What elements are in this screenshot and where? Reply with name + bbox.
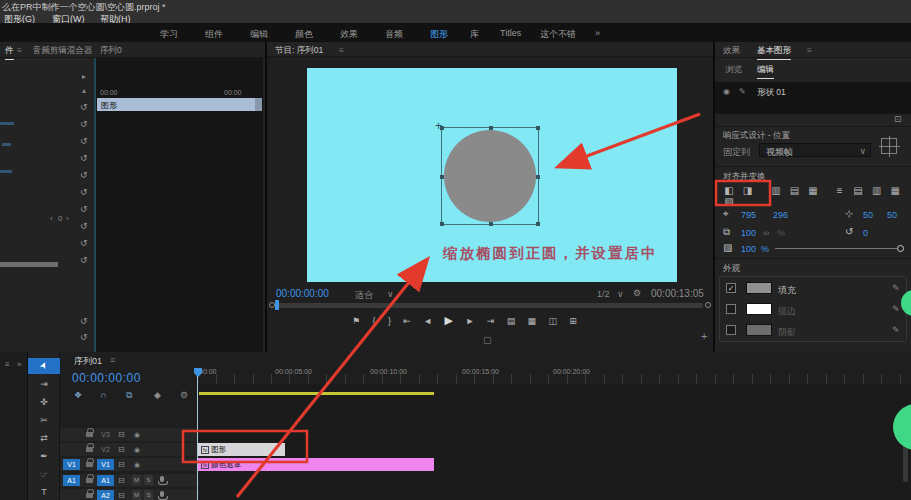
align-top-button[interactable]: ▦ — [805, 185, 821, 196]
lift-button[interactable]: ▤ — [507, 316, 516, 326]
track-header-v2[interactable]: V2 ⊟ ◉ — [60, 443, 197, 456]
tab-custom[interactable]: 这个不错 — [540, 28, 576, 41]
track-eye-icon[interactable]: ◉ — [134, 431, 140, 439]
scale-icon[interactable]: ⧉ — [723, 226, 730, 238]
slip-tool[interactable]: ⇄ — [28, 431, 60, 447]
stroke-eyedropper-icon[interactable]: ✎ — [892, 304, 900, 314]
opacity-slider-track[interactable] — [775, 248, 901, 249]
source-track-a1[interactable]: A1 — [63, 475, 80, 486]
program-panel-menu-icon[interactable]: ≡ — [339, 45, 344, 55]
tab-audio-clip-mixer[interactable]: 音频剪辑混合器 — [33, 45, 93, 57]
selection-handle[interactable] — [536, 175, 540, 179]
timeline-settings-icon[interactable]: ⚙ — [180, 390, 188, 400]
subtab-browse[interactable]: 浏览 — [725, 64, 742, 76]
reset-icon[interactable]: ↺ — [80, 136, 88, 146]
lock-icon[interactable] — [86, 432, 93, 437]
track-eye-icon[interactable]: ◉ — [134, 446, 140, 454]
pin-widget-icon[interactable] — [881, 138, 897, 154]
reset-icon[interactable]: ↺ — [80, 187, 88, 197]
ripple-edit-tool[interactable]: ✜ — [28, 395, 60, 411]
zoom-level-select[interactable]: 适合 — [355, 289, 373, 302]
export-frame-button[interactable]: ◫ — [548, 316, 557, 326]
align-left-button[interactable]: ◧ — [721, 185, 737, 196]
distribute-button[interactable]: ≡ — [832, 185, 848, 196]
track-eye-icon[interactable]: ◉ — [134, 461, 140, 469]
anchor-icon[interactable]: ⊹ — [845, 208, 853, 219]
tab-effects-panel[interactable]: 效果 — [723, 45, 740, 57]
reset-icon[interactable]: ↺ — [80, 102, 88, 112]
add-marker-button[interactable]: ⚑ — [352, 316, 360, 326]
tab-program[interactable]: 节目: 序列01 — [275, 45, 323, 57]
fill-checkbox[interactable]: ✓ — [726, 283, 736, 293]
sync-lock-icon[interactable]: ⊟ — [118, 476, 125, 485]
program-playhead[interactable] — [275, 300, 279, 310]
comparison-view-button[interactable]: ⊞ — [569, 316, 577, 326]
opacity-value[interactable]: 100 — [741, 244, 756, 254]
reset-icon[interactable]: ↺ — [80, 221, 88, 231]
track-header-v3[interactable]: V3 ⊟ ◉ — [60, 428, 197, 441]
ec-prev-keyframe-icon[interactable]: ‹ — [50, 214, 53, 223]
stroke-color-swatch[interactable] — [746, 303, 772, 315]
playback-resolution-select[interactable]: 1/2 — [597, 289, 610, 299]
workspace-overflow-icon[interactable]: » — [595, 28, 600, 38]
lock-icon[interactable] — [86, 478, 93, 483]
tab-editing[interactable]: 编辑 — [250, 28, 268, 41]
ec-counter-value[interactable]: 0 — [58, 214, 62, 223]
ec-next-keyframe-icon[interactable]: › — [66, 214, 69, 223]
lock-icon[interactable] — [86, 462, 93, 467]
ec-selected-clip-bar[interactable]: 图形 — [97, 98, 262, 111]
anchor-y-value[interactable]: 50 — [887, 210, 897, 220]
timeline-panel-menu-icon[interactable]: ≡ — [110, 355, 115, 365]
tab-titles[interactable]: Titles — [500, 28, 521, 38]
reset-icon[interactable]: ↺ — [80, 238, 88, 248]
selection-handle[interactable] — [536, 126, 540, 130]
effect-controls-splitter[interactable] — [94, 58, 96, 352]
align-v-center-button[interactable]: ▤ — [787, 185, 803, 196]
sync-lock-icon[interactable]: ⊟ — [118, 460, 125, 469]
shadow-color-swatch[interactable] — [746, 324, 772, 336]
shadow-eyedropper-icon[interactable]: ✎ — [892, 325, 900, 335]
mute-button[interactable]: M — [132, 475, 141, 485]
position-x-value[interactable]: 795 — [741, 210, 756, 220]
rotation-value[interactable]: 0 — [863, 228, 868, 238]
sync-lock-icon[interactable]: ⊟ — [118, 491, 125, 500]
tab-essential-graphics[interactable]: 基本图形 — [757, 45, 791, 60]
solo-button[interactable]: S — [144, 475, 153, 485]
scrub-end-knob[interactable] — [705, 302, 711, 308]
subtab-edit[interactable]: 编辑 — [757, 64, 774, 79]
program-settings-icon[interactable]: ⚙ — [633, 288, 641, 298]
pen-tool[interactable]: ✒ — [28, 449, 60, 465]
zoom-caret-icon[interactable]: ∨ — [387, 289, 394, 299]
reset-icon[interactable]: ↺ — [80, 332, 88, 342]
step-forward-button[interactable]: ► — [465, 316, 474, 326]
tab-sequence-timeline[interactable]: 序列01 — [74, 355, 102, 368]
selection-handle[interactable] — [536, 222, 540, 226]
play-button[interactable]: ▶ — [445, 314, 453, 327]
position-icon[interactable]: ⌖ — [723, 208, 729, 220]
timeline-timecode[interactable]: 00:00:00:00 — [72, 371, 141, 385]
scale-link-icon[interactable]: ∞ — [763, 228, 769, 238]
layer-name[interactable]: 形状 01 — [757, 87, 786, 99]
voiceover-mic-icon[interactable] — [160, 491, 164, 497]
track-label-v1[interactable]: V1 — [97, 459, 114, 470]
distribute-h-button[interactable]: ▥ — [869, 185, 885, 196]
snap-icon[interactable]: ∩ — [100, 390, 106, 400]
reset-icon[interactable]: ↺ — [80, 170, 88, 180]
extract-button[interactable]: ▦ — [528, 316, 537, 326]
linked-selection-icon[interactable]: ⧉ — [126, 390, 132, 401]
lock-icon[interactable] — [86, 447, 93, 452]
step-back-button[interactable]: ◄ — [423, 316, 432, 326]
lock-icon[interactable] — [86, 493, 93, 498]
source-track-v1[interactable]: V1 — [63, 459, 80, 470]
timeline-ruler[interactable] — [197, 374, 911, 384]
track-label-a1[interactable]: A1 — [97, 475, 114, 486]
nest-source-icon[interactable]: ❖ — [74, 390, 82, 400]
opacity-icon[interactable]: ▨ — [723, 242, 732, 253]
track-header-v1[interactable]: V1 V1 ⊟ ◉ — [60, 458, 197, 471]
tab-effects[interactable]: 效果 — [340, 28, 358, 41]
align-h-center-button[interactable]: ▥ — [768, 185, 784, 196]
sync-lock-icon[interactable]: ⊟ — [118, 430, 125, 439]
program-timecode[interactable]: 00:00:00:00 — [276, 288, 329, 299]
anchor-point-icon[interactable]: + — [435, 119, 442, 133]
layer-edit-pencil-icon[interactable]: ✎ — [739, 87, 746, 96]
